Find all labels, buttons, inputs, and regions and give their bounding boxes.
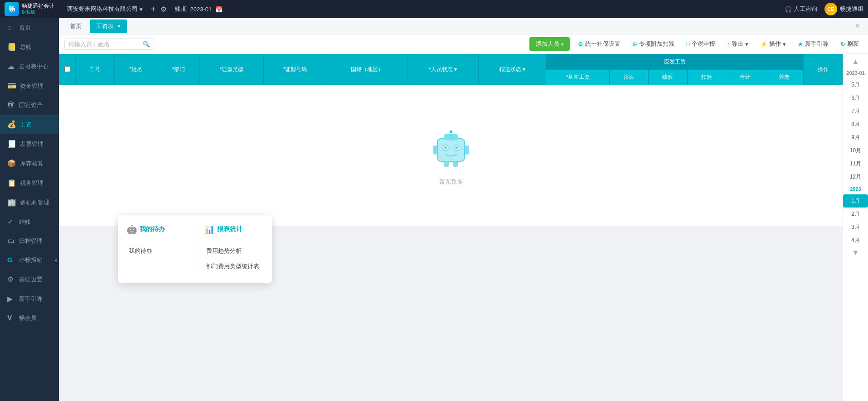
- sidebar-item-cloud-report[interactable]: ☁ 云报表中心: [0, 57, 59, 76]
- month-item-5[interactable]: 5月: [843, 78, 868, 92]
- col-base-salary: *基本工资: [546, 70, 610, 85]
- operation-btn[interactable]: ⚡ 操作 ▾: [756, 38, 790, 50]
- sidebar-label-fixed: 固定资产: [19, 101, 43, 109]
- empty-row: 暂无数据: [59, 85, 843, 226]
- archive-icon: 🗂: [7, 237, 15, 245]
- sidebar-item-invoice[interactable]: 🧾 发票管理: [0, 134, 59, 154]
- refresh-btn[interactable]: ↻ 刷新: [837, 38, 863, 50]
- popup-col-todo-header: 🤖 我的待办: [127, 224, 186, 238]
- year-label-2023-prev: 2023-01: [845, 68, 865, 78]
- special-deduction-icon: ⊕: [632, 41, 637, 48]
- logo-icon: 畅: [5, 2, 19, 16]
- year-label-2023-current: 2023: [849, 184, 862, 194]
- col-operation: 操作: [804, 54, 843, 85]
- tab-bar-close-window[interactable]: ×: [851, 21, 863, 31]
- sidebar-item-guide[interactable]: ▶ 新手引导: [0, 289, 59, 309]
- popup-item-my-todo[interactable]: 我的待办: [127, 243, 186, 259]
- month-item-11[interactable]: 11月: [843, 157, 868, 170]
- operation-icon: ⚡: [760, 41, 767, 48]
- sidebar-item-fund[interactable]: 💳 资金管理: [0, 76, 59, 96]
- company-dropdown-icon: ▾: [140, 6, 143, 13]
- sidebar-item-tax[interactable]: 📋 税务管理: [0, 173, 59, 193]
- month-nav-down[interactable]: ▼: [850, 247, 861, 259]
- main-layout: ⌂ 首页 📒 总账 ☁ 云报表中心 💳 资金管理 🏛 固定资产 💰 工资 🧾 发…: [0, 18, 868, 401]
- sidebar-label-tax: 税务管理: [20, 179, 44, 187]
- basic-settings-icon: ⚙: [7, 275, 15, 284]
- add-person-button[interactable]: 添加人员 ▾: [529, 37, 570, 51]
- search-icon: 🔍: [143, 41, 150, 48]
- sidebar-item-basic[interactable]: ⚙ 基础设置: [0, 270, 59, 289]
- tab-bar: 首页 工资表 × ×: [59, 18, 868, 34]
- salary-icon: 💰: [7, 120, 16, 129]
- col-deduction: 扣款: [687, 70, 726, 85]
- month-nav-up[interactable]: ▲: [850, 56, 861, 68]
- service-button[interactable]: 🎧 人工咨询: [785, 5, 817, 13]
- operation-label: 操作: [769, 40, 781, 48]
- sidebar-label-home: 首页: [19, 24, 31, 32]
- export-label: 导出: [732, 40, 743, 48]
- month-item-3[interactable]: 3月: [843, 221, 868, 234]
- social-insurance-label: 统一社保设置: [585, 40, 621, 48]
- tab-salary-close[interactable]: ×: [117, 23, 121, 29]
- search-input[interactable]: [68, 41, 141, 48]
- month-item-8[interactable]: 8月: [843, 118, 868, 131]
- cloud-icon: ☁: [7, 62, 15, 71]
- tab-salary[interactable]: 工资表 ×: [90, 19, 127, 33]
- tab-salary-label: 工资表: [96, 22, 114, 30]
- popup-item-cost-trend[interactable]: 费用趋势分析: [204, 243, 263, 259]
- headset-icon: 🎧: [785, 6, 792, 13]
- sidebar-item-archive[interactable]: 🗂 归档管理: [0, 232, 59, 251]
- company-name: 西安虾米网络科技有限公司: [67, 5, 138, 13]
- month-item-6[interactable]: 6月: [843, 92, 868, 105]
- company-selector[interactable]: 西安虾米网络科技有限公司 ▾: [63, 3, 146, 15]
- ledger-icon: 📒: [7, 43, 16, 51]
- export-btn[interactable]: ↑ 导出 ▾: [723, 38, 752, 50]
- col-person-status: *人员状态 ▾: [407, 54, 479, 85]
- tab-home[interactable]: 首页: [63, 19, 88, 33]
- top-bar: 畅 畅捷通好会计 财税版 西安虾米网络科技有限公司 ▾ + ⚙ 账期 2023-…: [0, 0, 868, 18]
- sidebar-label-fund: 资金管理: [20, 82, 44, 90]
- month-item-12[interactable]: 12月: [843, 170, 868, 184]
- sidebar-label-multi: 多机构管理: [20, 198, 49, 207]
- todo-header-label: 我的待办: [140, 225, 165, 233]
- month-item-7[interactable]: 7月: [843, 105, 868, 118]
- sidebar-item-inventory[interactable]: 📦 库存核算: [0, 154, 59, 173]
- sidebar-item-xiao-expense[interactable]: G 小畅报销 ‹: [0, 251, 59, 270]
- tax-report-btn[interactable]: □ 个税申报: [683, 38, 719, 50]
- month-item-4[interactable]: 4月: [843, 234, 868, 247]
- sidebar-item-multi-org[interactable]: 🏢 多机构管理: [0, 193, 59, 212]
- user-area[interactable]: CE 畅捷通组: [824, 3, 863, 15]
- col-checkbox[interactable]: [59, 54, 76, 85]
- sidebar-item-ledger[interactable]: 📒 总账: [0, 37, 59, 57]
- period-value: 2023-01: [190, 6, 212, 13]
- popup-item-dept-cost[interactable]: 部门费用类型统计表: [204, 259, 263, 274]
- sidebar-item-salary[interactable]: 💰 工资: [0, 115, 59, 134]
- top-settings-icon[interactable]: ⚙: [160, 5, 167, 14]
- select-all-checkbox[interactable]: [64, 66, 70, 72]
- top-right-area: 🎧 人工咨询 CE 畅捷通组: [785, 3, 863, 15]
- social-insurance-btn[interactable]: ⚙ 统一社保设置: [574, 38, 624, 50]
- month-item-9[interactable]: 9月: [843, 131, 868, 144]
- month-item-2[interactable]: 2月: [843, 208, 868, 221]
- sidebar-item-fixed-assets[interactable]: 🏛 固定资产: [0, 96, 59, 115]
- member-icon: V: [7, 314, 15, 322]
- service-label: 人工咨询: [794, 5, 817, 13]
- popup-col-report-header: 📊 报表统计: [204, 224, 263, 238]
- svg-point-11: [450, 130, 452, 133]
- top-add-icon[interactable]: +: [151, 5, 156, 14]
- month-item-1-active[interactable]: 1月: [843, 194, 868, 208]
- empty-cell: 暂无数据: [59, 85, 843, 226]
- new-guide-btn[interactable]: ★ 新手引导: [794, 38, 832, 50]
- sidebar-label-cloud: 云报表中心: [19, 63, 48, 71]
- month-item-10[interactable]: 10月: [843, 144, 868, 157]
- home-icon: ⌂: [7, 24, 15, 32]
- period-selector[interactable]: 账期 2023-01 📅: [171, 3, 227, 15]
- new-guide-icon: ★: [798, 41, 803, 48]
- special-deduction-btn[interactable]: ⊕ 专项附加扣除: [629, 38, 678, 50]
- special-deduction-label: 专项附加扣除: [639, 40, 674, 48]
- xiao-icon: G: [7, 256, 15, 264]
- popup-menu: 🤖 我的待办 我的待办 📊 报表统计 费用趋势分析 部门费用类型统计表: [118, 215, 272, 283]
- sidebar-item-member[interactable]: V 畅会员: [0, 309, 59, 328]
- sidebar-item-closing[interactable]: ✓ 结账: [0, 212, 59, 232]
- sidebar-item-home[interactable]: ⌂ 首页: [0, 18, 59, 37]
